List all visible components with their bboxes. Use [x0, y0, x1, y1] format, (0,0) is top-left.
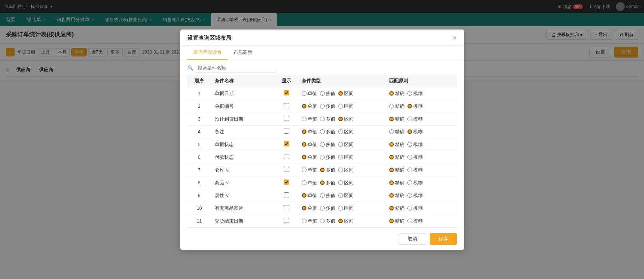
th-match: 匹配原则 — [386, 75, 457, 80]
modal-dialog: 设置查询区域布局 × 查询字段设置 布局调整 🔍 顺序 条件名称 显示 条件类型 — [180, 30, 464, 80]
modal-table: 顺序 条件名称 显示 条件类型 匹配原则 1单据日期单值多值区间精确模糊2单据编… — [187, 75, 457, 80]
modal-close-btn[interactable]: × — [453, 35, 457, 41]
th-show: 显示 — [274, 75, 298, 80]
th-name: 条件名称 — [211, 75, 274, 80]
th-order: 顺序 — [187, 75, 211, 80]
modal-search-area: 🔍 — [180, 60, 464, 75]
modal-header: 设置查询区域布局 × — [180, 30, 464, 46]
modal-title: 设置查询区域布局 — [187, 35, 231, 42]
search-input[interactable] — [195, 64, 276, 72]
modal-tabs: 查询字段设置 布局调整 — [180, 46, 464, 60]
modal-tab-layout[interactable]: 布局调整 — [228, 46, 258, 60]
search-icon: 🔍 — [187, 65, 193, 71]
modal-overlay: 设置查询区域布局 × 查询字段设置 布局调整 🔍 顺序 条件名称 显示 条件类型 — [0, 0, 644, 79]
th-type: 条件类型 — [298, 75, 385, 80]
modal-tab-query-fields[interactable]: 查询字段设置 — [187, 46, 228, 60]
modal-table-wrap: 顺序 条件名称 显示 条件类型 匹配原则 1单据日期单值多值区间精确模糊2单据编… — [180, 75, 464, 80]
